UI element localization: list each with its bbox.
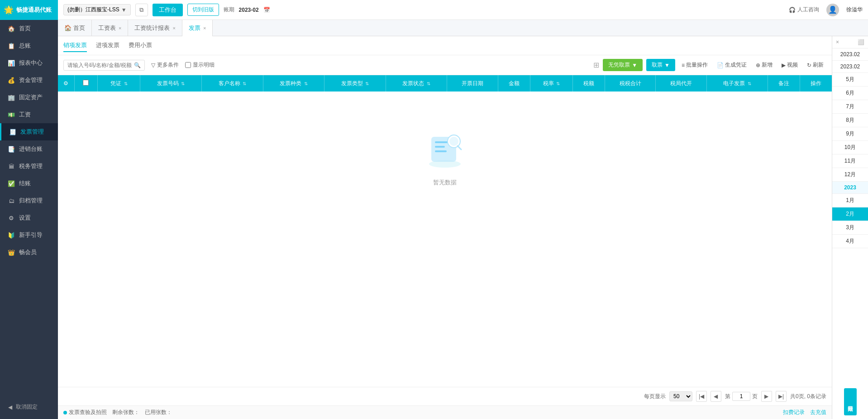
col-tax-bureau[interactable]: 税局代开: [656, 75, 706, 92]
tab-home[interactable]: 🏠 首页: [58, 20, 92, 36]
sort-icon8: ⇅: [748, 81, 751, 86]
refresh-button[interactable]: ↻ 刷新: [804, 59, 826, 71]
sidebar-item-tax[interactable]: 🏛 税务管理: [0, 158, 58, 175]
check-label-area: 发票查验及拍照: [63, 409, 107, 416]
col-remark[interactable]: 备注: [768, 75, 800, 92]
next-page-button[interactable]: ▶: [761, 391, 772, 402]
prev-page-button[interactable]: ◀: [711, 391, 721, 402]
sidebar-item-settings[interactable]: ⚙ 设置: [0, 209, 58, 226]
dropdown-arrow-icon: ▼: [632, 62, 637, 68]
sub-tab-purchase[interactable]: 进项发票: [96, 39, 119, 52]
col-tax[interactable]: 税额: [572, 75, 605, 92]
period-item-2023-02-header[interactable]: 2023.02: [832, 48, 868, 61]
period-item-3[interactable]: 3月: [832, 221, 868, 235]
filter-button[interactable]: ▽ 更多条件: [148, 59, 181, 71]
page-size-select[interactable]: 50 10 20 100: [669, 391, 692, 401]
show-detail-checkbox[interactable]: 显示明细: [185, 61, 215, 69]
col-voucher[interactable]: 凭证 ⇅: [98, 75, 140, 92]
sidebar-item-assets[interactable]: 🏢 固定资产: [0, 89, 58, 106]
period-item-8[interactable]: 8月: [832, 114, 868, 127]
period-item-9[interactable]: 9月: [832, 127, 868, 141]
sidebar-item-label: 首页: [19, 24, 31, 33]
period-item-4[interactable]: 4月: [832, 235, 868, 248]
voucher-button[interactable]: 取票 ▼: [646, 59, 675, 71]
sub-tab-receipt[interactable]: 费用小票: [129, 39, 152, 52]
page-input[interactable]: [732, 392, 750, 401]
switch-version-button[interactable]: 切到旧版: [187, 4, 219, 16]
col-customer[interactable]: 客户名称 ⇅: [202, 75, 263, 92]
expand-icon[interactable]: ⬜: [858, 39, 864, 45]
deduct-record-link[interactable]: 扣费记录: [783, 409, 805, 416]
sidebar-item-guide[interactable]: 🔰 新手引导: [0, 226, 58, 244]
col-check[interactable]: [74, 75, 98, 92]
sidebar-item-label: 进销台账: [19, 145, 43, 153]
sidebar-item-purchase-sales[interactable]: 📑 进销台账: [0, 140, 58, 158]
period-year-2023[interactable]: 2023: [832, 182, 868, 194]
tab-invoice-close[interactable]: ×: [203, 25, 206, 31]
sidebar-item-ledger[interactable]: 📋 总账: [0, 37, 58, 54]
no-voucher-button[interactable]: 无凭取票 ▼: [603, 59, 643, 71]
sidebar-item-close[interactable]: ✅ 结账: [0, 175, 58, 192]
sidebar-collapse-btn[interactable]: ◀ 取消固定: [5, 400, 53, 414]
support-button[interactable]: 🎧 人工咨询: [789, 6, 819, 14]
search-icon[interactable]: 🔍: [134, 62, 141, 68]
col-tax-rate[interactable]: 税率 ⇅: [530, 75, 572, 92]
grid-view-icon[interactable]: ⊞: [593, 61, 599, 69]
copy-button[interactable]: ⧉: [135, 4, 148, 16]
sidebar-item-salary[interactable]: 💵 工资: [0, 106, 58, 123]
workbench-button[interactable]: 工作台: [153, 4, 183, 16]
first-page-button[interactable]: |◀: [696, 391, 707, 402]
period-item-6[interactable]: 6月: [832, 87, 868, 100]
col-total[interactable]: 税税合计: [605, 75, 655, 92]
col-invoice-no[interactable]: 发票号码 ⇅: [140, 75, 202, 92]
sidebar-item-invoice[interactable]: 🧾 发票管理: [0, 123, 58, 140]
period-item-2[interactable]: 2月: [832, 207, 868, 221]
period-item-1[interactable]: 1月: [832, 194, 868, 207]
sidebar-item-member[interactable]: 👑 畅会员: [0, 244, 58, 261]
user-name[interactable]: 徐溢华: [846, 6, 863, 14]
svg-rect-2: [435, 141, 448, 143]
open-period-button[interactable]: 开账日期: [844, 388, 857, 415]
guide-icon: 🔰: [7, 231, 15, 239]
remaining-area: 剩余张数：: [112, 409, 139, 416]
period-item-2023-02[interactable]: 2023.02: [832, 61, 868, 73]
select-all-checkbox[interactable]: [83, 80, 89, 86]
reports-icon: 📊: [7, 59, 15, 67]
sidebar-item-reports[interactable]: 📊 报表中心: [0, 54, 58, 72]
batch-op-button[interactable]: ≡ 批量操作: [679, 59, 711, 71]
col-date[interactable]: 开票日期: [447, 75, 498, 92]
col-invoice-type[interactable]: 发票种类 ⇅: [263, 75, 324, 92]
col-e-invoice[interactable]: 电子发票 ⇅: [706, 75, 768, 92]
search-box[interactable]: 🔍: [63, 60, 145, 71]
recharge-link[interactable]: 去充值: [810, 409, 826, 416]
tab-salary-report-close[interactable]: ×: [172, 25, 175, 31]
company-selector[interactable]: (勿删）江西服宝-LSS ▼: [63, 4, 131, 15]
new-button[interactable]: ⊕ 新增: [753, 59, 775, 71]
period-item-12[interactable]: 12月: [832, 168, 868, 182]
period-item-11[interactable]: 11月: [832, 154, 868, 168]
period-item-5[interactable]: 5月: [832, 73, 868, 87]
col-amount[interactable]: 金额: [498, 75, 530, 92]
show-detail-input[interactable]: [185, 62, 191, 68]
period-value: 2023-02: [239, 7, 259, 13]
gen-voucher-button[interactable]: 📄 生成凭证: [714, 59, 749, 71]
sort-icon4: ⇅: [304, 81, 308, 86]
tab-salary-close[interactable]: ×: [119, 25, 121, 31]
period-item-10[interactable]: 10月: [832, 141, 868, 154]
tab-salary-report[interactable]: 工资统计报表 ×: [128, 20, 182, 36]
tab-invoice[interactable]: 发票 ×: [182, 20, 213, 36]
sub-tab-sales[interactable]: 销项发票: [63, 39, 87, 52]
col-invoice-category[interactable]: 发票类型 ⇅: [324, 75, 386, 92]
close-panel-icon[interactable]: ×: [836, 39, 839, 45]
sidebar-item-finance[interactable]: 💰 资金管理: [0, 72, 58, 89]
col-settings[interactable]: ⚙: [58, 75, 74, 92]
pagination: 每页显示 50 10 20 100 |◀ ◀ 第 页 ▶ ▶| 共0页, 0条记…: [58, 387, 832, 405]
video-button[interactable]: ▶ 视频: [779, 59, 801, 71]
search-input[interactable]: [67, 62, 132, 68]
sidebar-item-archive[interactable]: 🗂 归档管理: [0, 192, 58, 209]
period-item-7[interactable]: 7月: [832, 100, 868, 114]
col-invoice-status[interactable]: 发票状态 ⇅: [386, 75, 447, 92]
sidebar-item-home[interactable]: 🏠 首页: [0, 20, 58, 37]
last-page-button[interactable]: ▶|: [776, 391, 787, 402]
tab-salary[interactable]: 工资表 ×: [92, 20, 128, 36]
